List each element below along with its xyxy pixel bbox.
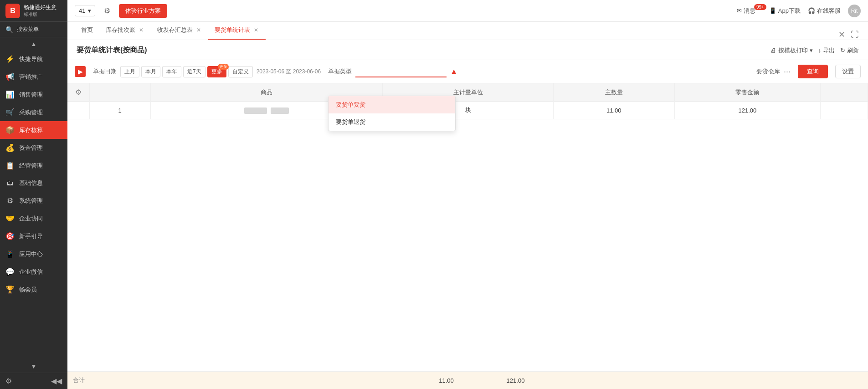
message-icon: ✉ [737,7,742,14]
sidebar-item-marketing[interactable]: 📢 营销推广 [0,68,67,86]
date-btn-more[interactable]: 更多 更多 [207,66,226,77]
store-number: 41 [79,7,85,14]
tab-collect-summary-close[interactable]: ✕ [195,27,202,33]
filter-bar: ▶ 单据日期 上月 本月 本年 近7天 更多 更多 自定义 2023-05-06… [67,60,868,83]
col-index-header [89,83,150,102]
date-btn-week[interactable]: 近7天 [183,66,205,77]
sidebar-item-label: 营销推广 [19,73,43,81]
tab-requisition-stat[interactable]: 要货单统计表 ✕ [208,21,266,40]
enterprise-icon: 🤝 [5,214,15,223]
app-download-label: App下载 [778,7,801,15]
sidebar-item-wechat[interactable]: 💬 企业微信 [0,263,67,281]
col-settings-icon[interactable]: ⚙ [75,88,82,96]
sidebar-item-appcenter[interactable]: 📱 应用中心 [0,245,67,263]
sidebar-item-quick-nav[interactable]: ⚡ 快捷导航 [0,50,67,68]
tab-home[interactable]: 首页 [75,21,99,40]
logo-icon: B [5,4,20,18]
product-placeholder-1 [244,107,267,114]
user-avatar-btn[interactable]: Rit [848,5,861,17]
data-table: ⚙ 商品 主计量单位 主数量 零售金额 1 [67,83,868,119]
type-filter-group: 单据类型 ▲ [328,66,749,77]
sidebar-item-inventory[interactable]: 📦 库存核算 [0,121,67,139]
sidebar-scroll-down[interactable]: ▼ [0,360,67,373]
sidebar-item-label: 基础信息 [19,179,43,187]
message-badge: 99+ [754,4,766,10]
print-label: 按模板打印 [778,46,808,55]
tab-collect-summary[interactable]: 收发存汇总表 ✕ [151,21,208,40]
settings-bottom-btn[interactable]: ⚙ [5,377,12,385]
tab-close-all-btn[interactable]: ✕ [837,30,847,40]
sidebar-item-label: 应用中心 [19,250,43,258]
avatar: Rit [848,5,861,17]
sidebar-item-label: 资金管理 [19,144,43,152]
date-btn-prev-month[interactable]: 上月 [120,66,139,77]
online-service-label: 在线客服 [817,7,841,15]
sidebar-item-label: 系统管理 [19,197,43,205]
table-row: 1 块 11.00 121.00 [67,102,868,119]
online-service-btn[interactable]: 🎧 在线客服 [808,7,841,15]
row-amount-cell: 121.00 [674,102,820,119]
expand-filter-btn[interactable]: ▶ [75,66,86,77]
row-index-cell: 1 [89,102,150,119]
sidebar-bottom: ⚙ ◀◀ [0,373,67,389]
topbar-gear-btn[interactable]: ⚙ [101,5,113,17]
sidebar-search-label: 搜索菜单 [17,26,39,33]
topbar-right: ✉ 消息 99+ 📱 App下载 🎧 在线客服 Rit [737,5,861,17]
date-btn-custom[interactable]: 自定义 [228,66,253,77]
tab-inventory-batch-close[interactable]: ✕ [138,27,144,33]
sidebar-item-operation[interactable]: 📋 经营管理 [0,157,67,174]
trial-btn[interactable]: 体验行业方案 [119,4,167,18]
sidebar-item-finance[interactable]: 💰 资金管理 [0,139,67,157]
tab-inventory-batch-label: 库存批次账 [106,26,135,34]
sidebar-item-guide[interactable]: 🎯 新手引导 [0,227,67,245]
totals-bar: 合计 11.00 121.00 [67,371,868,389]
sidebar-item-system[interactable]: ⚙ 系统管理 [0,192,67,210]
totals-label: 合计 [73,376,85,384]
sidebar-item-label: 经营管理 [19,162,43,170]
message-btn[interactable]: ✉ 消息 99+ [737,7,762,15]
dropdown-item-return[interactable]: 要货单退货 [329,113,455,131]
type-filter-input[interactable] [355,66,447,77]
col-settings-header: ⚙ [67,83,89,102]
sidebar-search[interactable]: 🔍 搜索菜单 [0,22,67,37]
tab-requisition-stat-close[interactable]: ✕ [253,27,259,33]
collapse-sidebar-btn[interactable]: ◀◀ [51,377,62,385]
dropdown-item-requisition[interactable]: 要货单要货 [329,96,455,113]
query-btn[interactable]: 查询 [798,65,828,78]
filter-settings-btn[interactable]: 设置 [835,65,861,78]
tab-expand-btn[interactable]: ⛶ [849,30,861,40]
app-download-btn[interactable]: 📱 App下载 [769,7,801,15]
appcenter-icon: 📱 [5,250,15,258]
export-btn[interactable]: ↓ 导出 [818,46,835,55]
print-btn[interactable]: 🖨 按模板打印 ▾ [770,46,813,55]
date-btn-curr-month[interactable]: 本月 [141,66,160,77]
tab-inventory-batch[interactable]: 库存批次账 ✕ [99,21,151,40]
row-quantity-cell: 11.00 [553,102,674,119]
sidebar-item-purchase[interactable]: 🛒 采购管理 [0,103,67,121]
refresh-btn[interactable]: ↻ 刷新 [840,46,859,55]
inventory-icon: 📦 [5,126,15,134]
warehouse-more-btn[interactable]: ··· [784,67,791,77]
print-icon: 🖨 [770,47,776,54]
type-chevron-icon[interactable]: ▲ [450,67,457,76]
sidebar-item-sales[interactable]: 📊 销售管理 [0,86,67,103]
tabbar: 首页 库存批次账 ✕ 收发存汇总表 ✕ 要货单统计表 ✕ ✕ ⛶ [67,22,868,40]
table-header-row: ⚙ 商品 主计量单位 主数量 零售金额 [67,83,868,102]
type-dropdown: 要货单要货 要货单退货 [328,96,456,131]
sidebar-scroll-up[interactable]: ▲ [0,37,67,50]
totals-amount: 121.00 [488,377,543,384]
date-btns: 上月 本月 本年 近7天 更多 更多 自定义 [120,66,253,77]
tab-home-label: 首页 [81,26,93,34]
sidebar-logo: B 畅捷通好生意 标准版 [0,0,67,22]
sidebar-item-base[interactable]: 🗂 基础信息 [0,174,67,192]
store-selector[interactable]: 41 ▾ [75,5,95,16]
date-btn-year[interactable]: 本年 [162,66,181,77]
wechat-icon: 💬 [5,267,15,276]
sidebar-item-label: 新手引导 [19,232,43,241]
sidebar-item-member[interactable]: 🏆 畅会员 [0,281,67,298]
sales-icon: 📊 [5,90,15,99]
sidebar-item-enterprise[interactable]: 🤝 企业协同 [0,210,67,227]
tab-requisition-stat-label: 要货单统计表 [215,26,250,34]
topbar-left: 41 ▾ ⚙ 体验行业方案 [75,4,737,18]
headset-icon: 🎧 [808,7,815,14]
